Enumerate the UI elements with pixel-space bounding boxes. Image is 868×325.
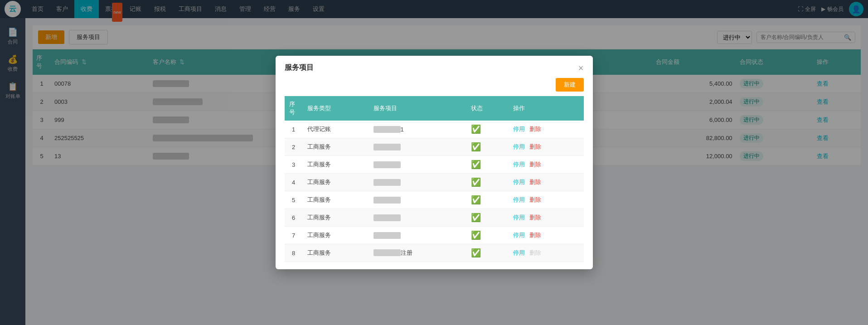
status-check-icon: ✅ bbox=[471, 142, 481, 151]
modal-row: 6 工商服务 ██████ ✅ 停用 删除 bbox=[285, 209, 584, 227]
stop-button[interactable]: 停用 bbox=[513, 214, 525, 221]
status-check-icon: ✅ bbox=[471, 248, 481, 257]
modal-row: 4 工商服务 ███ ✅ 停用 删除 bbox=[285, 174, 584, 191]
delete-button[interactable]: 删除 bbox=[529, 214, 541, 221]
delete-button[interactable]: 删除 bbox=[529, 161, 541, 168]
modal-row: 8 工商服务 ████注册 ✅ 停用 删除 bbox=[285, 244, 584, 262]
delete-button[interactable]: 删除 bbox=[529, 126, 541, 132]
modal-th-seq: 序号 bbox=[285, 96, 303, 121]
modal-th-status: 状态 bbox=[466, 96, 509, 121]
delete-button[interactable]: 删除 bbox=[529, 143, 541, 150]
modal-th-action: 操作 bbox=[509, 96, 584, 121]
stop-button[interactable]: 停用 bbox=[513, 232, 525, 238]
stop-button[interactable]: 停用 bbox=[513, 179, 525, 185]
modal-header: 服务项目 × bbox=[276, 56, 593, 76]
modal-th-item: 服务项目 bbox=[369, 96, 466, 121]
modal-row: 7 工商服务 ████ ✅ 停用 删除 bbox=[285, 227, 584, 244]
modal-new-button[interactable]: 新建 bbox=[556, 78, 584, 92]
delete-button[interactable]: 删除 bbox=[529, 179, 541, 185]
delete-button[interactable]: 删除 bbox=[529, 196, 541, 203]
status-check-icon: ✅ bbox=[471, 231, 481, 240]
status-check-icon: ✅ bbox=[471, 125, 481, 134]
modal-row: 5 工商服务 ████ ✅ 停用 删除 bbox=[285, 191, 584, 209]
status-check-icon: ✅ bbox=[471, 195, 481, 204]
stop-button[interactable]: 停用 bbox=[513, 249, 525, 256]
status-check-icon: ✅ bbox=[471, 178, 481, 187]
status-check-icon: ✅ bbox=[471, 160, 481, 169]
stop-button[interactable]: 停用 bbox=[513, 196, 525, 203]
status-check-icon: ✅ bbox=[471, 213, 481, 222]
stop-button[interactable]: 停用 bbox=[513, 143, 525, 150]
delete-button-disabled: 删除 bbox=[529, 249, 541, 256]
stop-button[interactable]: 停用 bbox=[513, 161, 525, 168]
modal-overlay[interactable]: 服务项目 × 新建 序号 服务类型 服务项目 状态 操作 bbox=[0, 0, 868, 325]
modal-close-button[interactable]: × bbox=[578, 63, 584, 73]
service-modal: 服务项目 × 新建 序号 服务类型 服务项目 状态 操作 bbox=[276, 56, 593, 269]
modal-title: 服务项目 bbox=[285, 63, 314, 73]
modal-row: 2 工商服务 ████ ✅ 停用 删除 bbox=[285, 138, 584, 156]
modal-body: 序号 服务类型 服务项目 状态 操作 1 代理记账 ████1 ✅ 停用 bbox=[276, 96, 593, 269]
service-table: 序号 服务类型 服务项目 状态 操作 1 代理记账 ████1 ✅ 停用 bbox=[285, 96, 584, 262]
delete-button[interactable]: 删除 bbox=[529, 232, 541, 238]
modal-th-type: 服务类型 bbox=[303, 96, 369, 121]
modal-row: 3 工商服务 ████ ✅ 停用 删除 bbox=[285, 156, 584, 174]
modal-row: 1 代理记账 ████1 ✅ 停用 删除 bbox=[285, 121, 584, 138]
modal-actions: 新建 bbox=[276, 76, 593, 96]
stop-button[interactable]: 停用 bbox=[513, 126, 525, 132]
